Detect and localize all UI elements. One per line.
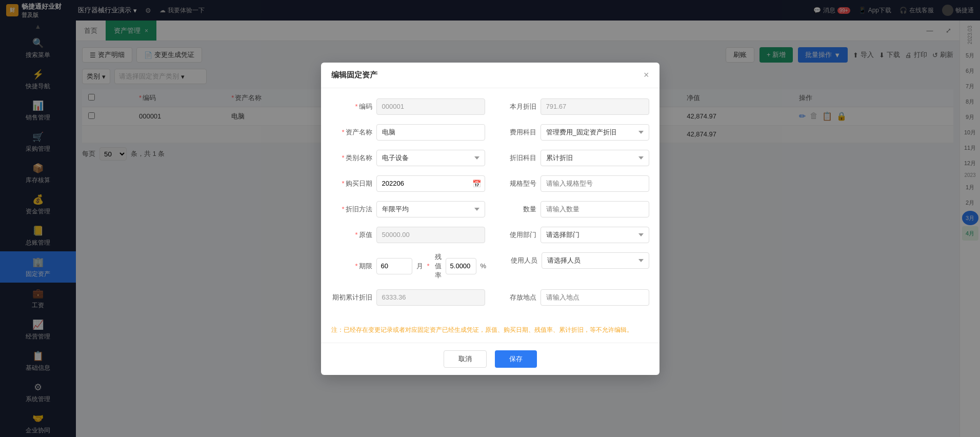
expense-account-label: 费用科目 [495,128,536,137]
form-col-period: *期限 月 * 残值率 % [331,252,487,280]
dept-label: 使用部门 [495,230,536,240]
spec-input[interactable] [541,175,649,192]
deprec-method-select[interactable]: 年限平均 [376,201,485,217]
form-col-monthly-deprec: 本月折旧 [495,98,649,115]
modal-title: 编辑固定资产 [331,70,377,80]
form-row-5: *折旧方法 年限平均 数量 [331,201,649,217]
cancel-button[interactable]: 取消 [444,350,487,368]
purchase-date-wrapper: 📅 [376,175,485,192]
form-row-3: *类别名称 电子设备 折旧科目 累计折旧 [331,150,649,166]
monthly-deprec-label: 本月折旧 [495,102,536,111]
period-label: *期限 [331,262,372,271]
calendar-icon: 📅 [472,180,481,188]
spec-label: 规格型号 [495,179,536,188]
form-row-8: 期初累计折旧 存放地点 [331,289,649,306]
form-col-quantity: 数量 [495,201,649,217]
edit-fixed-asset-modal: 编辑固定资产 × *编码 本月折旧 [321,63,659,375]
form-col-location: 存放地点 [495,289,649,306]
initial-deprec-label: 期初累计折旧 [331,293,372,302]
modal-overlay: 编辑固定资产 × *编码 本月折旧 [0,0,980,437]
name-input[interactable] [376,124,485,141]
form-col-deprec-account: 折旧科目 累计折旧 [495,150,649,166]
period-residual-wrapper: 月 * 残值率 % [376,252,487,280]
form-col-purchase-date: *购买日期 📅 [331,175,485,192]
original-value-label: *原值 [331,230,372,240]
purchase-date-label: *购买日期 [331,179,372,188]
form-col-code: *编码 [331,98,485,115]
form-col-category: *类别名称 电子设备 [331,150,485,166]
quantity-input[interactable] [541,201,649,217]
location-input[interactable] [541,289,649,306]
quantity-label: 数量 [495,205,536,214]
initial-deprec-input[interactable] [376,289,485,306]
location-label: 存放地点 [495,293,536,302]
modal-close-button[interactable]: × [644,70,649,81]
code-label: *编码 [331,102,372,111]
form-col-initial-deprec: 期初累计折旧 [331,289,485,306]
period-input[interactable] [376,258,412,274]
modal-body: *编码 本月折旧 *资产名称 费用科目 [321,88,659,325]
form-col-person: 使用人员 请选择人员 [496,252,649,269]
form-row-2: *资产名称 费用科目 管理费用_固定资产折旧 [331,124,649,141]
modal-note: 注：已经存在变更记录或者对应固定资产已经生成凭证，原值、购买日期、残值率、累计折… [321,325,659,343]
deprec-account-select[interactable]: 累计折旧 [541,150,649,166]
form-col-name: *资产名称 [331,124,485,141]
form-col-spec: 规格型号 [495,175,649,192]
category-label: *类别名称 [331,153,372,163]
form-col-deprec-method: *折旧方法 年限平均 [331,201,485,217]
purchase-date-input[interactable] [376,175,485,192]
deprec-method-label: *折旧方法 [331,205,372,214]
expense-account-select[interactable]: 管理费用_固定资产折旧 [541,124,649,141]
form-col-original-value: *原值 [331,227,485,243]
residual-rate-input[interactable] [446,258,476,274]
original-value-input[interactable] [376,227,485,243]
form-row-4: *购买日期 📅 规格型号 [331,175,649,192]
form-row-7: *期限 月 * 残值率 % 使用人员 请选择人员 [331,252,649,280]
name-label: *资产名称 [331,128,372,137]
person-label: 使用人员 [496,256,537,265]
monthly-deprec-input[interactable] [541,98,649,115]
modal-footer: 取消 保存 [321,343,659,375]
category-select[interactable]: 电子设备 [376,150,485,166]
person-select[interactable]: 请选择人员 [542,252,649,269]
save-button[interactable]: 保存 [495,350,537,368]
form-row-1: *编码 本月折旧 [331,98,649,115]
dept-select[interactable]: 请选择部门 [541,227,649,243]
modal-header: 编辑固定资产 × [321,63,659,88]
deprec-account-label: 折旧科目 [495,153,536,163]
code-input[interactable] [376,98,485,115]
form-col-dept: 使用部门 请选择部门 [495,227,649,243]
form-row-6: *原值 使用部门 请选择部门 [331,227,649,243]
form-col-expense-account: 费用科目 管理费用_固定资产折旧 [495,124,649,141]
